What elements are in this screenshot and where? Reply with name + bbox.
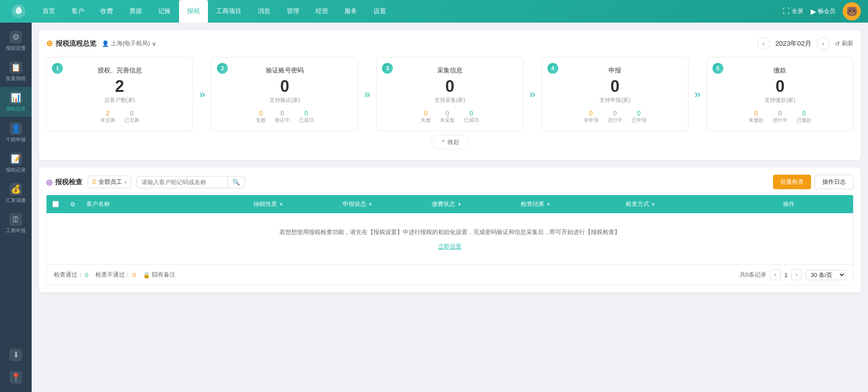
step-1-number: 1 <box>52 63 63 74</box>
arrow-3: » <box>524 57 542 131</box>
operation-log-button[interactable]: 操作日志 <box>815 175 854 189</box>
prev-page-button[interactable]: ‹ <box>770 269 781 280</box>
sidebar-label-annual-report: 工商年报 <box>6 228 26 234</box>
main-content: ⊕ 报税流程总览 👤 上海(电子税局) ∨ ‹ 2023年02月 › ↺ 刷新 <box>32 23 868 392</box>
arrow-4-icon: » <box>694 88 700 100</box>
th-check-method-text: 检查方式 <box>626 200 649 208</box>
step-4-number: 4 <box>547 63 558 74</box>
search-icon: 🔍 <box>232 179 240 186</box>
step-5-stat-0: 0 未缴款 <box>749 110 764 124</box>
nav-accounting[interactable]: 记账 <box>150 0 179 23</box>
step-4-title: 申报 <box>549 67 681 75</box>
step-3-stat-0-label: 失败 <box>421 117 431 124</box>
nav-settings[interactable]: 设置 <box>365 0 394 23</box>
settlement-icon: 💰 <box>9 183 22 196</box>
fullscreen-icon: ⛶ <box>783 7 790 15</box>
step-3-count: 0 <box>384 78 515 95</box>
step-5-stat-2-label: 已缴款 <box>797 117 811 124</box>
batch-check-button[interactable]: 批量检查 <box>773 175 811 189</box>
step-3-stats: 0 失败 0 未采集 0 已成功 <box>384 110 515 124</box>
prev-month-button[interactable]: ‹ <box>757 37 770 50</box>
location-tag[interactable]: 👤 上海(电子税局) ∨ <box>102 39 156 48</box>
step-1-title: 授权、完善信息 <box>54 67 185 75</box>
nav-operation[interactable]: 经营 <box>307 0 336 23</box>
app-logo <box>7 4 30 19</box>
th-pay-status: 缴费状态 ▼ <box>426 200 515 208</box>
next-month-button[interactable]: › <box>817 37 830 50</box>
search-button[interactable]: 🔍 <box>227 177 245 188</box>
arrow-1-icon: » <box>199 88 205 100</box>
refresh-button[interactable]: ↺ 刷新 <box>835 39 854 48</box>
sidebar-item-batch-tax[interactable]: 📋 批量报税 <box>0 57 32 86</box>
sidebar-item-tax-settings[interactable]: ⚙ 报税设置 <box>0 26 32 56</box>
tax-settings-icon: ⚙ <box>9 31 22 43</box>
step-3-title: 采集信息 <box>384 67 515 75</box>
top-navigation: 首页 客户 收费 票据 记账 报税 工商项目 消息 管理 经营 服务 设置 ⛶ … <box>0 0 868 23</box>
step-3-stat-0: 0 失败 <box>421 110 431 124</box>
plus-circle-icon: ⊕ <box>46 38 53 48</box>
sidebar: ⚙ 报税设置 📋 批量报税 📊 报税总览 👤 个税申报 📝 报税记录 💰 汇算清… <box>0 23 32 392</box>
th-declare-status: 申报状态 ▼ <box>337 200 426 208</box>
setup-link[interactable]: 立即设置 <box>438 243 462 251</box>
fullscreen-button[interactable]: ⛶ 全屏 <box>783 7 803 15</box>
th-check-result-text: 检查结果 <box>521 200 544 208</box>
th-checkbox[interactable] <box>47 201 65 207</box>
vip-label: 畅会员 <box>818 7 835 15</box>
step-1-count: 2 <box>54 78 185 95</box>
nav-tax[interactable]: 报税 <box>179 0 208 23</box>
sidebar-item-annual-report[interactable]: 🗓 工商年报 <box>0 209 32 238</box>
nav-ticket[interactable]: 票据 <box>121 0 150 23</box>
top-nav-right: ⛶ 全屏 ▶ 畅会员 🐻 <box>783 2 861 20</box>
th-result-filter-icon[interactable]: ▼ <box>546 202 551 207</box>
sidebar-location[interactable]: 📍 <box>0 367 32 388</box>
th-gear[interactable]: ⚙ <box>65 201 81 208</box>
pass-value[interactable]: 0 <box>85 272 88 278</box>
th-action-text: 操作 <box>783 200 795 208</box>
nav-fee[interactable]: 收费 <box>92 0 121 23</box>
circle-icon: ◎ <box>46 178 52 186</box>
step-2-stat-1: 0 验证中 <box>275 110 290 124</box>
sidebar-label-settlement: 汇算清缴 <box>6 197 26 203</box>
next-page-button[interactable]: › <box>791 269 802 280</box>
table-footer: 检查通过： 0 检查不通过： 0 🔒 囧有备注 共0条记录 ‹ 1 <box>47 264 853 285</box>
nav-manage[interactable]: 管理 <box>278 0 307 23</box>
step-3-stat-2-label: 已成功 <box>464 117 479 124</box>
step-pay: 5 缴款 0 支持缴款(家) 0 未缴款 0 进行中 <box>707 57 854 131</box>
note-icon: 🔒 <box>143 272 150 278</box>
th-tax-filter-icon[interactable]: ▼ <box>279 202 283 207</box>
arrow-1: » <box>193 57 211 131</box>
nav-customer[interactable]: 客户 <box>63 0 92 23</box>
step-1-stat-1: 0 已完善 <box>124 110 139 124</box>
step-5-title: 缴款 <box>714 67 846 75</box>
th-declare-filter-icon[interactable]: ▼ <box>368 202 373 207</box>
sidebar-download[interactable]: ⬇ <box>0 344 32 366</box>
sidebar-label-personal-tax: 个税申报 <box>6 137 26 143</box>
mascot-avatar[interactable]: 🐻 <box>843 2 861 20</box>
vip-button[interactable]: ▶ 畅会员 <box>811 7 835 16</box>
th-pay-filter-icon[interactable]: ▼ <box>457 202 462 207</box>
collapse-button[interactable]: ⌃ 收起 <box>431 135 469 149</box>
process-steps: 1 授权、完善信息 2 总客户数(家) 2 未完善 0 已完善 <box>46 57 854 131</box>
tax-check-card: ◎ 报税检查 ☰ 全部员工 ∨ 🔍 批量检查 操作日志 <box>39 167 861 292</box>
step-2-subtitle: 支持验证(家) <box>219 96 350 104</box>
refresh-label: 刷新 <box>842 39 854 48</box>
page-size-select[interactable]: 30 条/页 50 条/页 100 条/页 <box>806 270 846 280</box>
step-3-stat-2-value: 0 <box>464 110 479 117</box>
nav-service[interactable]: 服务 <box>336 0 365 23</box>
search-input[interactable] <box>137 177 227 188</box>
play-icon: ▶ <box>811 7 816 16</box>
sidebar-item-tax-overview[interactable]: 📊 报税总览 <box>0 87 32 116</box>
nav-industry[interactable]: 工商项目 <box>208 0 250 23</box>
employee-filter[interactable]: ☰ 全部员工 ∨ <box>88 176 131 188</box>
nav-home[interactable]: 首页 <box>34 0 63 23</box>
fail-value[interactable]: 0 <box>132 272 136 278</box>
sidebar-item-tax-records[interactable]: 📝 报税记录 <box>0 148 32 177</box>
tax-check-table: ⚙ 客户名称 纳税性质 ▼ 申报状态 ▼ 缴费状态 ▼ <box>46 195 854 285</box>
select-all-checkbox[interactable] <box>52 201 59 207</box>
month-nav: ‹ 2023年02月 › <box>757 37 830 50</box>
th-method-filter-icon[interactable]: ▼ <box>651 202 656 207</box>
th-check-method: 检查方式 ▼ <box>620 200 725 208</box>
nav-message[interactable]: 消息 <box>250 0 278 23</box>
sidebar-item-personal-tax[interactable]: 👤 个税申报 <box>0 118 32 147</box>
sidebar-item-settlement[interactable]: 💰 汇算清缴 <box>0 178 32 208</box>
